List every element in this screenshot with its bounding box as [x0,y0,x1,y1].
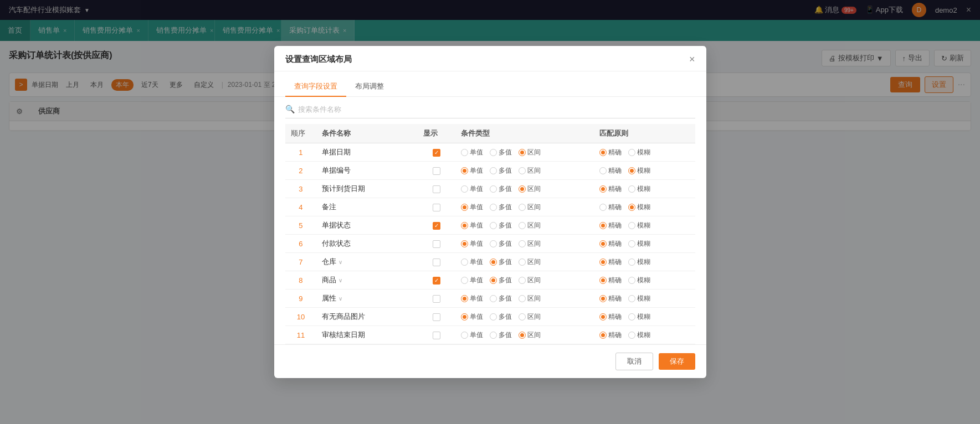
modal-overlay: 设置查询区域布局 × 查询字段设置 布局调整 🔍 [0,0,980,140]
search-icon: 🔍 [285,105,295,113]
search-bar: 🔍 [285,105,695,118]
dialog-close-button[interactable]: × [689,54,695,65]
search-input[interactable] [298,105,409,113]
col-header-type: 条件类型 [455,124,594,140]
col-header-match: 匹配原则 [594,124,695,140]
col-header-name: 条件名称 [316,124,417,140]
dialog-tabs: 查询字段设置 布局调整 [274,71,706,97]
dialog-body: 🔍 顺序 条件名称 显示 条件类型 匹配原则 [274,97,706,140]
tab-layout-adjust[interactable]: 布局调整 [346,77,393,97]
col-header-show: 显示 [418,124,455,140]
field-table: 顺序 条件名称 显示 条件类型 匹配原则 1单据日期单值多值区间精确模糊2单据编… [285,124,695,140]
tab-query-fields[interactable]: 查询字段设置 [285,77,346,97]
dialog: 设置查询区域布局 × 查询字段设置 布局调整 🔍 [274,46,706,140]
dialog-title: 设置查询区域布局 [285,54,352,65]
dialog-header: 设置查询区域布局 × [274,46,706,71]
col-header-order: 顺序 [285,124,317,140]
